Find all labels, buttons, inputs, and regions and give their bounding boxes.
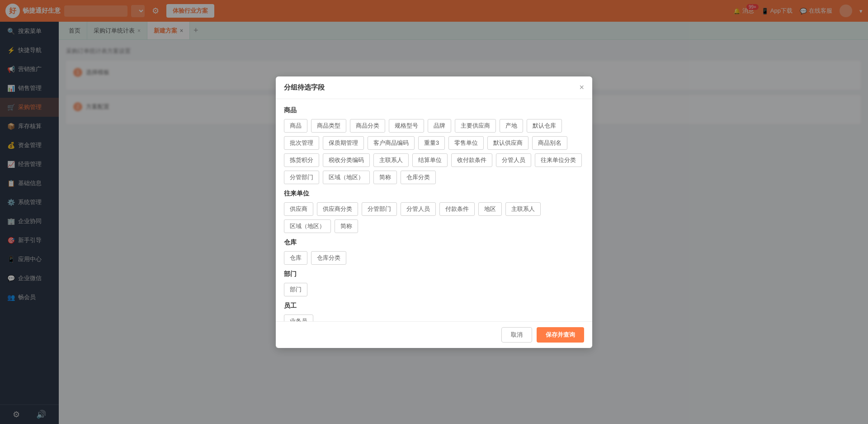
field-tag-付款条件[interactable]: 付款条件 xyxy=(439,202,475,216)
field-group-staff: 业务员 xyxy=(284,314,584,321)
section-title-counterparts: 往来单位 xyxy=(284,190,584,198)
field-tag-重量3[interactable]: 重量3 xyxy=(418,136,445,150)
field-tag-业务员[interactable]: 业务员 xyxy=(284,314,313,321)
modal-footer: 取消 保存并查询 xyxy=(276,321,592,348)
field-tag-零售单位[interactable]: 零售单位 xyxy=(448,136,484,150)
field-tag-区域（地区）[interactable]: 区域（地区） xyxy=(323,171,370,184)
field-tag-简称[interactable]: 简称 xyxy=(335,219,358,233)
field-tag-税收分类编码[interactable]: 税收分类编码 xyxy=(323,153,370,167)
field-tag-默认仓库[interactable]: 默认仓库 xyxy=(527,119,562,133)
cancel-button[interactable]: 取消 xyxy=(501,327,532,343)
section-title-products: 商品 xyxy=(284,106,584,114)
field-tag-主联系人[interactable]: 主联系人 xyxy=(505,202,541,216)
field-tag-分管人员[interactable]: 分管人员 xyxy=(401,202,436,216)
field-tag-品牌[interactable]: 品牌 xyxy=(428,119,451,133)
field-tag-供应商分类[interactable]: 供应商分类 xyxy=(317,202,358,216)
field-tag-规格型号[interactable]: 规格型号 xyxy=(389,119,424,133)
field-tag-分管人员[interactable]: 分管人员 xyxy=(496,153,531,167)
field-tag-客户商品编码[interactable]: 客户商品编码 xyxy=(368,136,415,150)
modal-close-button[interactable]: × xyxy=(579,83,584,92)
modal-header: 分组待选字段 × xyxy=(276,76,592,99)
field-tag-部门[interactable]: 部门 xyxy=(284,283,307,296)
field-group-products: 商品商品类型商品分类规格型号品牌主要供应商产地默认仓库批次管理保质期管理客户商品… xyxy=(284,119,584,184)
modal-body[interactable]: 商品商品商品类型商品分类规格型号品牌主要供应商产地默认仓库批次管理保质期管理客户… xyxy=(276,99,592,321)
field-tag-批次管理[interactable]: 批次管理 xyxy=(284,136,319,150)
field-tag-产地[interactable]: 产地 xyxy=(500,119,523,133)
field-tag-商品类型[interactable]: 商品类型 xyxy=(311,119,346,133)
field-tag-默认供应商[interactable]: 默认供应商 xyxy=(487,136,528,150)
field-tag-仓库分类[interactable]: 仓库分类 xyxy=(311,251,346,265)
field-tag-供应商[interactable]: 供应商 xyxy=(284,202,313,216)
field-tag-收付款条件[interactable]: 收付款条件 xyxy=(451,153,492,167)
field-tag-仓库[interactable]: 仓库 xyxy=(284,251,307,265)
field-tag-拣货积分[interactable]: 拣货积分 xyxy=(284,153,319,167)
section-title-department: 部门 xyxy=(284,270,584,278)
field-tag-仓库分类[interactable]: 仓库分类 xyxy=(401,171,436,184)
section-title-staff: 员工 xyxy=(284,302,584,310)
modal-dialog: 分组待选字段 × 商品商品商品类型商品分类规格型号品牌主要供应商产地默认仓库批次… xyxy=(276,76,592,348)
field-tag-简称[interactable]: 简称 xyxy=(373,171,397,184)
field-tag-地区[interactable]: 地区 xyxy=(478,202,502,216)
field-group-counterparts: 供应商供应商分类分管部门分管人员付款条件地区主联系人区域（地区）简称 xyxy=(284,202,584,233)
field-group-department: 部门 xyxy=(284,283,584,296)
modal-overlay: 分组待选字段 × 商品商品商品类型商品分类规格型号品牌主要供应商产地默认仓库批次… xyxy=(0,0,868,424)
field-tag-主联系人[interactable]: 主联系人 xyxy=(373,153,409,167)
field-group-warehouse: 仓库仓库分类 xyxy=(284,251,584,265)
confirm-button[interactable]: 保存并查询 xyxy=(537,327,584,343)
field-tag-主要供应商[interactable]: 主要供应商 xyxy=(455,119,496,133)
field-tag-商品[interactable]: 商品 xyxy=(284,119,307,133)
field-tag-保质期管理[interactable]: 保质期管理 xyxy=(323,136,364,150)
modal-title: 分组待选字段 xyxy=(284,83,325,92)
section-title-warehouse: 仓库 xyxy=(284,238,584,247)
field-tag-分管部门[interactable]: 分管部门 xyxy=(284,171,319,184)
field-tag-往来单位分类[interactable]: 往来单位分类 xyxy=(535,153,582,167)
field-tag-结算单位[interactable]: 结算单位 xyxy=(412,153,448,167)
field-tag-区域（地区）[interactable]: 区域（地区） xyxy=(284,219,331,233)
field-tag-商品分类[interactable]: 商品分类 xyxy=(350,119,385,133)
field-tag-商品别名[interactable]: 商品别名 xyxy=(532,136,567,150)
field-tag-分管部门[interactable]: 分管部门 xyxy=(362,202,397,216)
